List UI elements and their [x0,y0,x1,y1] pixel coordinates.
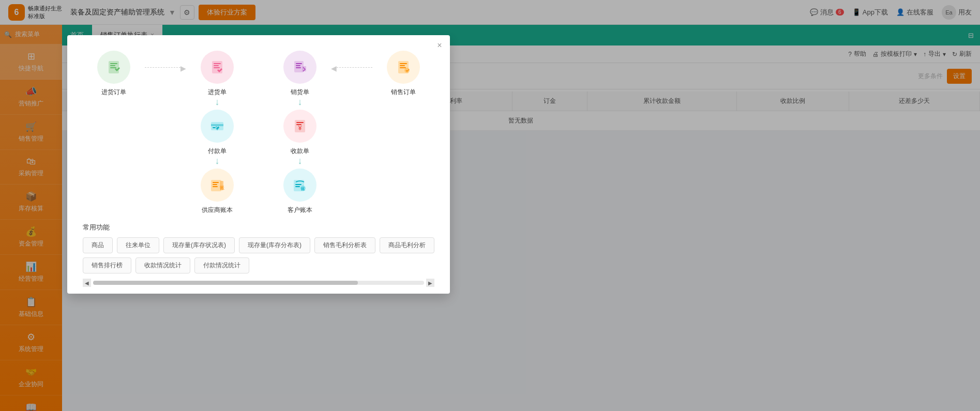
func-btn-receipt-stats[interactable]: 收款情况统计 [135,257,190,273]
svg-text:¥: ¥ [298,125,302,132]
scroll-track[interactable] [93,281,424,285]
flow-node-sales-order[interactable]: 销售订单 [372,51,434,97]
flow-node-receipt[interactable]: ¥ 收款单 [269,110,331,156]
svg-rect-14 [400,63,407,64]
sales-bill-circle [283,51,316,84]
flow-node-purchase-bill[interactable]: 进货单 [186,51,248,97]
scroll-right-arrow[interactable]: ▶ [426,279,434,287]
svg-rect-16 [400,67,406,68]
svg-rect-5 [214,63,221,64]
svg-rect-20 [213,127,216,128]
func-btn-goods[interactable]: 商品 [83,237,113,253]
svg-rect-7 [214,67,220,68]
svg-rect-11 [296,67,301,68]
customer-ledger-circle: 账 [283,169,316,202]
svg-text:¥: ¥ [215,126,219,131]
scroll-thumb [93,281,358,285]
svg-rect-34 [295,184,301,185]
func-btn-goods-gross[interactable]: 商品毛利分析 [380,237,434,253]
flow-row-5: 账 供应商账本 账 [83,169,434,215]
arrow-down-4: ↓ [269,156,331,166]
svg-text:账: 账 [220,185,224,190]
svg-rect-3 [110,67,116,68]
func-buttons-row1: 商品 往来单位 现存量(库存状况表) 现存量(库存分布表) 销售毛利分析表 商品… [83,237,434,253]
supplier-ledger-circle: 账 [201,169,234,202]
func-btn-sales-ranking[interactable]: 销售排行榜 [83,257,131,273]
svg-rect-10 [296,65,300,66]
sales-order-circle [387,51,420,84]
func-btn-sales-gross[interactable]: 销售毛利分析表 [314,237,375,253]
receipt-circle: ¥ [283,110,316,143]
flow-node-supplier-ledger[interactable]: 账 供应商账本 [186,169,248,215]
modal-scrollbar[interactable]: ◀ ▶ [83,279,434,287]
flow-arrow-2: ◀ [331,51,372,72]
flow-arrows-row-2: ↓ ↓ [83,97,434,108]
flow-node-customer-ledger[interactable]: 账 客户账本 [269,169,331,215]
svg-rect-35 [295,186,300,187]
flow-node-sales-bill[interactable]: 销货单 [269,51,331,97]
flow-row-3: ¥ 付款单 ¥ 收款单 [83,110,434,156]
arrow-down-3: ↓ [186,156,248,166]
modal-overlay[interactable]: × 进货订单 [0,0,980,411]
svg-rect-15 [400,65,405,66]
payment-circle: ¥ [201,110,234,143]
flow-row-1: 进货订单 ▶ [83,51,434,97]
func-btn-stock-status[interactable]: 现存量(库存状况表) [163,237,235,253]
arrow-down-2: ↓ [269,97,331,108]
modal-close-button[interactable]: × [433,39,446,52]
svg-rect-29 [213,182,219,183]
svg-rect-24 [296,122,304,123]
common-funcs-title: 常用功能 [83,223,434,232]
svg-rect-31 [213,186,218,187]
svg-text:账: 账 [301,187,305,191]
svg-rect-6 [214,65,219,66]
purchase-bill-circle [201,51,234,84]
modal-box: × 进货订单 [67,35,450,294]
svg-rect-1 [110,63,117,64]
common-functions-section: 常用功能 商品 往来单位 现存量(库存状况表) 现存量(库存分布表) 销售毛利分… [83,223,434,273]
svg-rect-30 [213,184,217,185]
func-btn-stock-dist[interactable]: 现存量(库存分布表) [239,237,310,253]
flow-node-purchase-order[interactable]: 进货订单 [83,51,145,97]
arrow-down-1: ↓ [186,97,248,108]
svg-point-17 [404,68,410,73]
scroll-left-arrow[interactable]: ◀ [83,279,91,287]
flow-arrow-1: ▶ [145,51,186,72]
func-btn-payment-stats[interactable]: 付款情况统计 [194,257,249,273]
func-btn-partners[interactable]: 往来单位 [117,237,159,253]
svg-rect-2 [110,65,115,66]
func-buttons-row2: 销售排行榜 收款情况统计 付款情况统计 [83,257,434,273]
svg-rect-9 [296,63,302,64]
flow-node-payment[interactable]: ¥ 付款单 [186,110,248,156]
flow-diagram: 进货订单 ▶ [83,51,434,215]
flow-arrows-row-4: ↓ ↓ [83,156,434,166]
purchase-order-circle [97,51,130,84]
